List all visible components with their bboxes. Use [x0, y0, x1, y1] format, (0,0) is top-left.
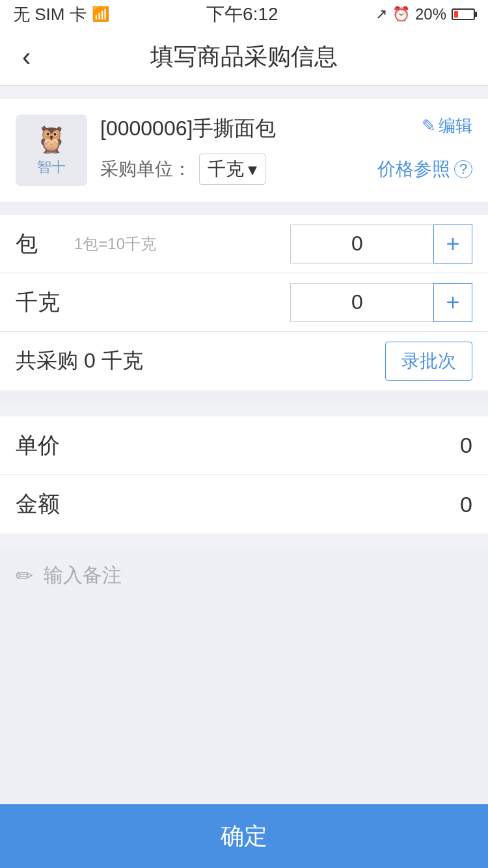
product-name: [0000006]手撕面包	[100, 115, 276, 143]
summary-row: 共采购 0 千克 录批次	[0, 332, 488, 390]
kg-label: 千克	[16, 288, 68, 318]
chevron-down-icon: ▾	[248, 159, 257, 180]
nav-bar: ‹ 填写商品采购信息	[0, 29, 488, 86]
section-divider-1	[0, 202, 488, 215]
edit-icon: ✎	[422, 116, 436, 136]
edit-label: 编辑	[439, 115, 472, 137]
product-logo-owl: 🦉	[35, 124, 68, 155]
unit-price-row: 单价 0	[0, 416, 488, 475]
wifi-icon: 📶	[92, 6, 109, 23]
product-card: 🦉 智十 [0000006]手撕面包 ✎ 编辑 采购单位： 千克 ▾ 价格参照 …	[0, 99, 488, 202]
unit-value: 千克	[208, 157, 244, 182]
kg-field-wrap: +	[290, 283, 472, 322]
note-section[interactable]: ✏ 输入备注	[0, 547, 488, 604]
status-bar: 无 SIM 卡 📶 下午6:12 ↗ ⏰ 20%	[0, 0, 488, 29]
battery-fill	[454, 11, 458, 18]
status-right: ↗ ⏰ 20%	[375, 5, 475, 23]
carrier-label: 无 SIM 卡	[13, 3, 87, 26]
bao-row: 包 1包=10千克 +	[0, 215, 488, 273]
summary-text: 共采购 0 千克	[16, 347, 143, 375]
kg-input[interactable]	[290, 283, 433, 322]
back-button[interactable]: ‹	[16, 36, 37, 78]
battery-icon	[452, 8, 475, 20]
unit-text-label: 采购单位：	[100, 157, 191, 182]
note-placeholder: 输入备注	[44, 562, 122, 589]
bao-field-wrap: +	[290, 224, 472, 264]
product-top-row: [0000006]手撕面包 ✎ 编辑	[100, 115, 472, 154]
unit-select[interactable]: 千克 ▾	[199, 154, 265, 185]
price-ref-button[interactable]: 价格参照 ?	[377, 157, 472, 182]
alarm-icon: ⏰	[392, 6, 410, 23]
info-section: 单价 0 金额 0	[0, 416, 488, 534]
help-icon: ?	[454, 160, 472, 178]
confirm-button[interactable]: 确定	[0, 804, 488, 868]
unit-price-value: 0	[460, 433, 472, 458]
bao-label: 包	[16, 229, 68, 259]
record-batch-button[interactable]: 录批次	[385, 342, 472, 381]
status-left: 无 SIM 卡 📶	[13, 3, 109, 26]
amount-row: 金额 0	[0, 475, 488, 534]
bao-plus-button[interactable]: +	[433, 224, 472, 264]
edit-button[interactable]: ✎ 编辑	[422, 115, 472, 137]
bao-input[interactable]	[290, 224, 433, 264]
time-label: 下午6:12	[206, 2, 278, 27]
pencil-icon: ✏	[16, 563, 33, 588]
bottom-filler	[0, 604, 488, 826]
bao-sub-label: 1包=10千克	[74, 234, 156, 254]
page-title: 填写商品采购信息	[150, 41, 338, 73]
location-icon: ↗	[375, 6, 387, 23]
amount-label: 金额	[16, 489, 60, 519]
kg-plus-button[interactable]: +	[433, 283, 472, 322]
amount-value: 0	[460, 492, 472, 517]
product-image: 🦉 智十	[16, 115, 87, 186]
kg-row: 千克 +	[0, 273, 488, 332]
product-meta: 采购单位： 千克 ▾ 价格参照 ?	[100, 154, 472, 185]
product-logo-text-label: 智十	[37, 157, 66, 177]
unit-row: 采购单位： 千克 ▾	[100, 154, 265, 185]
battery-percent: 20%	[415, 5, 446, 23]
price-ref-label: 价格参照	[377, 157, 450, 182]
section-divider-2	[0, 390, 488, 403]
input-section: 包 1包=10千克 + 千克 + 共采购 0 千克 录批次	[0, 215, 488, 390]
product-info: [0000006]手撕面包 ✎ 编辑 采购单位： 千克 ▾ 价格参照 ?	[100, 115, 472, 185]
product-logo: 🦉 智十	[35, 124, 68, 177]
unit-price-label: 单价	[16, 431, 60, 461]
